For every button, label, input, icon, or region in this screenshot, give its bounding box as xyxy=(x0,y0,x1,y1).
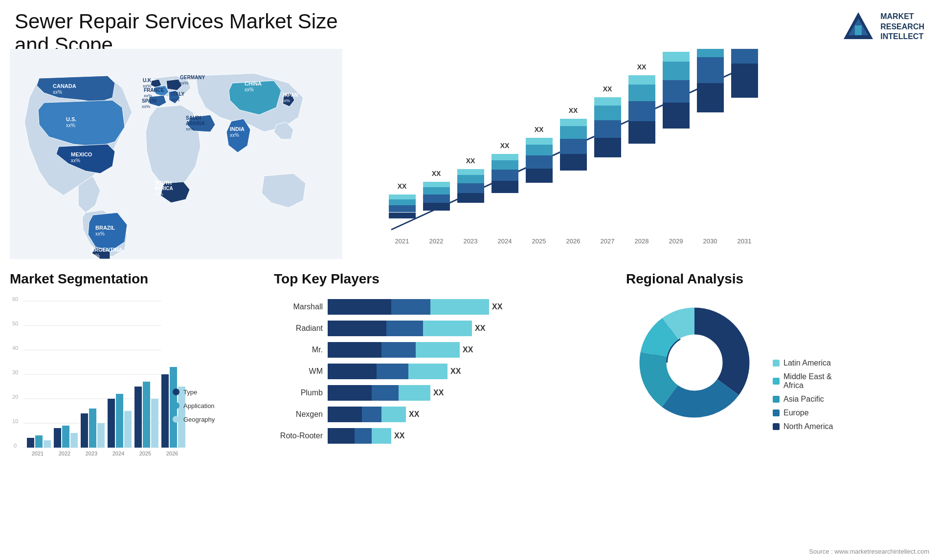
svg-text:2030: 2030 xyxy=(703,237,717,245)
logo-area: MARKET RESEARCH INTELLECT xyxy=(841,10,924,44)
legend-latin-america: Latin America xyxy=(773,359,833,367)
svg-rect-86 xyxy=(663,103,690,129)
regional-section: Regional Analysis xyxy=(626,271,929,550)
legend-color xyxy=(773,423,780,430)
regional-legend: Latin America Middle East &Africa Asia P… xyxy=(773,359,838,431)
player-name: Nexgen xyxy=(274,410,323,419)
svg-rect-159 xyxy=(116,394,123,448)
bar-seg3 xyxy=(399,385,430,401)
svg-rect-83 xyxy=(628,75,655,85)
svg-rect-45 xyxy=(423,194,450,203)
player-bar-wrap: XX xyxy=(328,364,616,379)
player-value: XX xyxy=(475,324,485,333)
svg-text:CHINA: CHINA xyxy=(245,81,262,86)
svg-rect-150 xyxy=(54,428,61,448)
svg-rect-156 xyxy=(97,423,105,448)
bar-seg2 xyxy=(355,428,372,444)
svg-rect-82 xyxy=(628,85,655,101)
player-row-wm: WM XX xyxy=(274,364,616,379)
svg-text:XX: XX xyxy=(637,63,647,71)
svg-rect-59 xyxy=(492,154,518,160)
svg-text:30: 30 xyxy=(12,369,18,375)
svg-rect-164 xyxy=(151,399,158,448)
svg-text:xx%: xx% xyxy=(180,81,188,86)
legend-north-america: North America xyxy=(773,422,833,431)
svg-rect-93 xyxy=(697,57,724,83)
bar-seg1 xyxy=(328,299,391,315)
svg-rect-75 xyxy=(594,120,621,138)
legend-label: North America xyxy=(783,422,833,431)
svg-text:2024: 2024 xyxy=(498,237,512,245)
svg-text:2021: 2021 xyxy=(395,237,409,245)
bar-seg1 xyxy=(328,407,362,422)
bar-seg2 xyxy=(377,364,408,379)
svg-text:xx%: xx% xyxy=(245,87,254,92)
bar-seg3 xyxy=(408,364,447,379)
svg-text:xx%: xx% xyxy=(282,98,290,103)
legend-label: Latin America xyxy=(783,359,831,367)
svg-text:ARABIA: ARABIA xyxy=(186,121,205,126)
player-bar xyxy=(328,321,472,336)
svg-rect-166 xyxy=(161,374,169,448)
svg-rect-76 xyxy=(594,106,621,120)
bar-seg3 xyxy=(423,321,472,336)
svg-text:SAUDI: SAUDI xyxy=(186,115,201,121)
source-text: Source : www.marketresearchintellect.com xyxy=(809,548,929,555)
bar-seg1 xyxy=(328,364,377,379)
svg-text:ITALY: ITALY xyxy=(171,91,185,97)
key-players-title: Top Key Players xyxy=(274,271,616,287)
player-value: XX xyxy=(463,345,473,354)
svg-text:XX: XX xyxy=(603,85,612,93)
bar-seg3 xyxy=(381,407,406,422)
svg-rect-81 xyxy=(628,101,655,121)
svg-text:2031: 2031 xyxy=(738,237,752,245)
logo-text: MARKET RESEARCH INTELLECT xyxy=(880,12,924,42)
donut-chart-svg xyxy=(626,294,763,431)
player-bar xyxy=(328,364,447,379)
bar-seg2 xyxy=(362,407,381,422)
svg-text:FRANCE: FRANCE xyxy=(144,87,164,93)
svg-rect-68 xyxy=(560,154,587,171)
svg-text:GERMANY: GERMANY xyxy=(180,75,205,80)
svg-text:XX: XX xyxy=(466,157,475,165)
svg-rect-2 xyxy=(855,25,862,35)
svg-rect-88 xyxy=(663,62,690,80)
player-bar xyxy=(328,385,430,401)
svg-text:2023: 2023 xyxy=(464,237,478,245)
bar-seg1 xyxy=(328,385,372,401)
svg-text:2021: 2021 xyxy=(32,451,44,456)
svg-text:2022: 2022 xyxy=(59,451,70,456)
svg-text:2024: 2024 xyxy=(112,451,124,456)
svg-rect-64 xyxy=(526,145,553,155)
svg-text:40: 40 xyxy=(12,345,18,351)
bar-seg3 xyxy=(430,299,489,315)
bar-seg1 xyxy=(328,428,355,444)
svg-rect-162 xyxy=(134,387,142,448)
svg-text:xx%: xx% xyxy=(142,104,150,109)
svg-text:xx%: xx% xyxy=(171,97,179,102)
legend-label: Asia Pacific xyxy=(783,395,824,404)
svg-rect-74 xyxy=(594,138,621,157)
svg-rect-51 xyxy=(457,183,484,193)
player-value: XX xyxy=(409,410,419,419)
svg-text:2026: 2026 xyxy=(166,451,178,456)
svg-rect-71 xyxy=(560,119,587,126)
svg-rect-154 xyxy=(81,413,88,448)
svg-text:CANADA: CANADA xyxy=(53,83,76,89)
svg-text:0: 0 xyxy=(14,443,17,449)
player-bar-wrap: XX xyxy=(328,385,616,401)
svg-text:Geography: Geography xyxy=(183,416,215,423)
bar-seg1 xyxy=(328,321,386,336)
player-row-marshall: Marshall XX xyxy=(274,299,616,315)
player-row-nexgen: Nexgen XX xyxy=(274,407,616,422)
svg-text:xx%: xx% xyxy=(155,192,163,196)
legend-label: Europe xyxy=(783,409,809,417)
svg-rect-62 xyxy=(526,169,553,183)
bar-chart-svg: XX 2021 XX 2022 XX 2023 XX 2024 XX 2025 xyxy=(352,49,782,254)
player-bar xyxy=(328,299,489,315)
svg-rect-94 xyxy=(697,49,724,57)
svg-text:XX: XX xyxy=(398,182,407,190)
legend-color xyxy=(773,409,780,416)
svg-text:AFRICA: AFRICA xyxy=(155,186,173,191)
svg-text:2023: 2023 xyxy=(86,451,97,456)
